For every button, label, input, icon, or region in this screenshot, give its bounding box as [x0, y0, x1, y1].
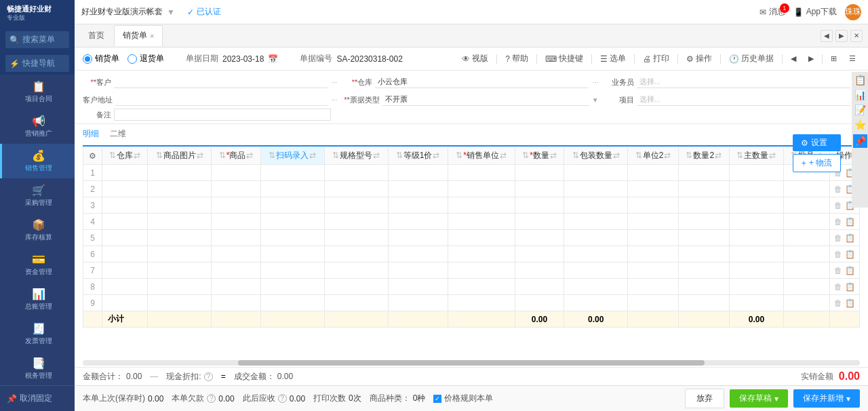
add-logistics-button[interactable]: + + 物流 — [793, 154, 841, 172]
content-wrapper: 销货单 退货单 单据日期 2023-03-18 📅 单据编号 SA-202303… — [75, 47, 868, 411]
app-download-button[interactable]: 📱 App下载 — [793, 6, 837, 18]
staff-input[interactable]: 选择... — [637, 76, 850, 88]
marketing-icon: 📢 — [32, 115, 45, 128]
chevron-down-icon-2: ▾ — [846, 394, 850, 404]
help-button[interactable]: ? 帮助 — [501, 52, 532, 66]
save-new-button[interactable]: 保存并新增 ▾ — [793, 389, 860, 408]
calendar-icon[interactable]: 📅 — [268, 54, 278, 64]
right-panel-icon-5[interactable]: 📌 — [853, 134, 867, 148]
right-panel-icon-3[interactable]: 📝 — [854, 104, 866, 115]
messages-button[interactable]: ✉ 消息 1 — [760, 6, 785, 18]
debt-help-icon[interactable]: ? — [207, 394, 216, 403]
delete-icon[interactable]: 🗑 — [834, 282, 842, 292]
delete-icon[interactable]: 🗑 — [834, 217, 842, 227]
delete-icon[interactable]: 🗑 — [834, 184, 842, 194]
receivable-help-icon[interactable]: ? — [278, 394, 287, 403]
company-selector[interactable]: 好业财专业版演示帐套 ▼ — [81, 6, 175, 18]
col-unit2: ⇅单位2⇄ — [628, 147, 679, 165]
table-body: 1🗑📋 2🗑📋 3🗑📋 4🗑📋 5🗑📋 6🗑📋 7🗑📋 8🗑📋 9🗑📋 — [83, 165, 860, 328]
note-input[interactable] — [114, 109, 331, 121]
copy-icon[interactable]: 📋 — [845, 298, 855, 308]
tab-close-all-button[interactable]: ✕ — [850, 30, 863, 42]
list-view-button[interactable]: ☰ — [845, 53, 860, 64]
phone-icon: 📱 — [793, 7, 804, 17]
sidebar-item-invoice[interactable]: 🧾 发票管理 — [0, 317, 75, 351]
warehouse-more-button[interactable]: ··· — [593, 79, 598, 86]
right-panel-icon-1[interactable]: 📋 — [854, 75, 866, 85]
right-panel-icon-2[interactable]: 📊 — [854, 90, 866, 100]
sidebar-item-tax[interactable]: 📑 税务管理 — [0, 351, 75, 385]
sort-icon[interactable]: ⇅ — [109, 151, 116, 160]
invoice-field-row: *票据类型 不开票 ▼ — [344, 92, 598, 107]
sidebar-item-accounting[interactable]: 📊 总账管理 — [0, 282, 75, 317]
copy-icon[interactable]: 📋 — [845, 233, 855, 243]
sidebar-item-purchase[interactable]: 🛒 采购管理 — [0, 178, 75, 213]
table-scrollbar[interactable] — [83, 360, 860, 366]
table-scrollbar-thumb[interactable] — [238, 360, 705, 366]
delete-icon[interactable]: 🗑 — [834, 250, 842, 259]
right-panel: 📋 📊 📝 ⭐ 📌 — [852, 72, 868, 208]
nav-prev-button[interactable]: ◀ — [787, 53, 800, 64]
delete-icon[interactable]: 🗑 — [834, 201, 842, 210]
cancel-fixed-button[interactable]: 📌 取消固定 — [4, 390, 71, 407]
settings-button[interactable]: ⚙ 设置 — [793, 134, 841, 151]
copy-icon[interactable]: 📋 — [845, 282, 855, 292]
tab-2d[interactable]: 二维 — [110, 128, 126, 142]
print-button[interactable]: 🖨 打印 — [639, 52, 673, 66]
col-qty2: ⇅数量2⇄ — [678, 147, 729, 165]
price-check-item[interactable]: ✓ 价格规则本单 — [433, 393, 493, 404]
delete-icon[interactable]: 🗑 — [834, 298, 842, 308]
sales-icon: 💰 — [32, 149, 45, 162]
invoice-arrow-icon[interactable]: ▼ — [592, 96, 599, 104]
purchase-icon: 🛒 — [32, 184, 45, 197]
warehouse-input[interactable]: 小云仓库 — [375, 76, 589, 88]
radio-return[interactable]: 退货单 — [127, 53, 164, 64]
history-button[interactable]: 🕐 历史单据 — [725, 52, 778, 66]
invoice-select[interactable]: 不开票 — [382, 94, 589, 106]
operate-button[interactable]: ⚙ 操作 — [682, 52, 716, 66]
tab-close-icon[interactable]: × — [150, 32, 154, 40]
tab-detail[interactable]: 明细 — [83, 128, 99, 146]
operate-icon: ⚙ — [686, 54, 694, 64]
form-fields-section: *客户 ··· *仓库 小云仓库 ··· 业务员 选择... ··· — [75, 71, 868, 124]
sep2 — [536, 54, 537, 64]
nav-next-button[interactable]: ▶ — [804, 53, 818, 64]
grid-view-button[interactable]: ⊞ — [827, 53, 841, 64]
quick-nav-button[interactable]: ⚡ 快捷导航 — [5, 55, 69, 72]
shortcuts-button[interactable]: ⌨ 快捷键 — [541, 52, 587, 66]
discount-help-icon[interactable]: ? — [204, 372, 213, 381]
sidebar-item-project[interactable]: 📋 项目合同 — [0, 75, 75, 109]
address-input[interactable] — [115, 94, 328, 106]
copy-icon[interactable]: 📋 — [845, 250, 855, 259]
sidebar-item-marketing[interactable]: 📢 营销推广 — [0, 109, 75, 144]
save-draft-button[interactable]: 保存草稿 ▾ — [730, 389, 788, 408]
project-input[interactable]: 选择... — [637, 94, 850, 106]
customer-input[interactable] — [114, 76, 328, 88]
sidebar-item-funds[interactable]: 💳 资金管理 — [0, 248, 75, 282]
avatar[interactable]: 珠珠 — [845, 4, 861, 20]
tab-prev-button[interactable]: ◀ — [821, 30, 833, 42]
staff-label: 业务员 — [606, 77, 634, 87]
discard-button[interactable]: 放弃 — [685, 389, 724, 408]
project-icon: 📋 — [32, 80, 45, 93]
tab-sales-order[interactable]: 销货单 × — [114, 25, 163, 46]
copy-icon[interactable]: 📋 — [845, 217, 855, 227]
search-menu-button[interactable]: 🔍 搜索菜单 — [5, 31, 69, 48]
customer-more-button[interactable]: ··· — [332, 79, 337, 86]
settings-icon: ⚙ — [801, 138, 808, 148]
select-button[interactable]: ☰ 选单 — [596, 52, 630, 66]
price-check-checkbox[interactable]: ✓ — [433, 395, 441, 403]
tab-next-button[interactable]: ▶ — [835, 30, 848, 42]
sidebar-item-sales[interactable]: 💰 销售管理 — [0, 144, 75, 178]
sidebar-item-inventory[interactable]: 📦 库存核算 — [0, 213, 75, 248]
delete-icon[interactable]: 🗑 — [834, 233, 842, 243]
radio-sales[interactable]: 销货单 — [83, 53, 119, 64]
invoice-label: *票据类型 — [344, 95, 380, 105]
tab-home[interactable]: 首页 — [80, 26, 113, 45]
address-more-button[interactable]: ··· — [332, 96, 337, 104]
col-settings-icon[interactable]: ⚙ — [89, 151, 96, 161]
copy-icon[interactable]: 📋 — [845, 266, 855, 275]
view-button[interactable]: 👁 视版 — [458, 52, 492, 66]
delete-icon[interactable]: 🗑 — [834, 266, 842, 275]
right-panel-icon-4[interactable]: ⭐ — [854, 119, 866, 130]
